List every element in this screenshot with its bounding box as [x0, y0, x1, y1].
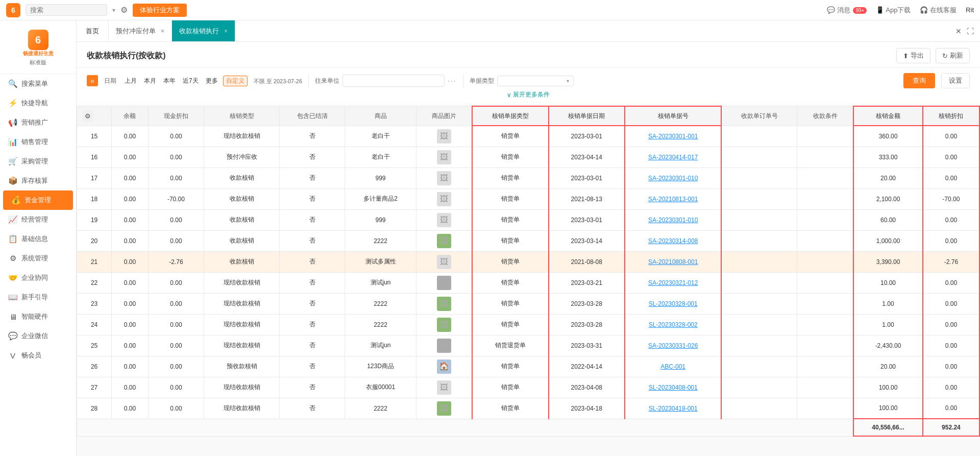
expand-more-button[interactable]: ∨ 展开更多条件: [507, 90, 550, 99]
sidebar-label-vip: 畅会员: [21, 351, 41, 360]
settings-button[interactable]: 设置: [941, 73, 970, 88]
cell-goods-img: 🖼: [416, 398, 472, 419]
date-more[interactable]: 更多: [204, 76, 220, 86]
cell-receipt-order: [721, 293, 797, 314]
app-download-link[interactable]: 📱 App下载: [876, 6, 911, 15]
th-verify-type: 核销类型: [204, 106, 280, 126]
sidebar-item-hardware[interactable]: 🖥 智能硬件: [0, 307, 76, 326]
filter-expand-button[interactable]: »: [87, 75, 98, 86]
cell-discount: -2.76: [923, 251, 979, 272]
sidebar-item-purchase[interactable]: 🛒 采购管理: [0, 152, 76, 171]
online-service-link[interactable]: 🎧 在线客服: [920, 6, 957, 15]
cell-voucher-no[interactable]: SA-20230301-010: [625, 209, 722, 230]
totals-row: 40,556,66... 952.24: [77, 419, 980, 436]
th-cash-discount: 现金折扣: [148, 106, 204, 126]
sidebar-item-enterprise[interactable]: 🤝 企业协同: [0, 268, 76, 287]
cell-discount: 0.00: [923, 293, 979, 314]
cell-voucher-no[interactable]: SL-20230408-001: [625, 377, 722, 398]
cell-num: 20: [77, 230, 112, 251]
sidebar-item-inventory[interactable]: 📦 库存核算: [0, 171, 76, 190]
from-unit-input[interactable]: [342, 75, 445, 87]
query-button[interactable]: 查询: [903, 73, 935, 88]
cell-voucher-no[interactable]: SA-20210808-001: [625, 251, 722, 272]
top-bar-right: 💬 消息 99+ 📱 App下载 🎧 在线客服 Rit: [827, 6, 974, 15]
export-button[interactable]: ⬆ 导出: [896, 48, 930, 63]
date-custom[interactable]: 自定义: [223, 76, 248, 86]
sidebar-item-shortcut[interactable]: ⚡ 快捷导航: [0, 93, 76, 113]
column-settings-icon[interactable]: ⚙: [82, 110, 93, 122]
sidebar-item-search[interactable]: 🔍 搜索菜单: [0, 74, 76, 93]
table-area[interactable]: ⚙ 余额 现金折扣 核销类型 包含已结清 商品 商品图片 核销单据类型 核销单据…: [77, 106, 980, 456]
search-input[interactable]: [26, 4, 107, 16]
cell-num: 17: [77, 167, 112, 188]
sidebar-label-search: 搜索菜单: [21, 79, 48, 88]
date-this-year[interactable]: 本年: [161, 76, 178, 86]
user-name[interactable]: Rit: [966, 6, 974, 14]
sidebar-item-sales[interactable]: 📊 销售管理: [0, 132, 76, 152]
sidebar-item-marketing[interactable]: 📢 营销推广: [0, 113, 76, 132]
cell-voucher-no[interactable]: SL-20230328-001: [625, 293, 722, 314]
sidebar-label-inventory: 库存核算: [21, 176, 48, 185]
gear-icon[interactable]: ⚙: [120, 5, 128, 15]
close-window-icon[interactable]: ✕: [955, 27, 962, 35]
refresh-icon: ↻: [942, 52, 948, 60]
cell-balance: 0.00: [112, 167, 148, 188]
tab-home[interactable]: 首页: [77, 20, 109, 41]
messages-link[interactable]: 💬 消息 99+: [827, 6, 867, 15]
sidebar-item-wechat[interactable]: 💬 企业微信: [0, 326, 76, 346]
sidebar-item-operations[interactable]: 📈 经营管理: [0, 210, 76, 229]
dropdown-arrow-icon[interactable]: ▾: [112, 7, 115, 14]
cell-num: 25: [77, 335, 112, 356]
cell-amount: 1.00: [853, 314, 923, 335]
th-settings[interactable]: ⚙: [77, 106, 112, 126]
cell-goods-img: 🖼: [416, 314, 472, 335]
sidebar-item-vip[interactable]: V 畅会员: [0, 346, 76, 365]
date-this-month[interactable]: 本月: [142, 76, 158, 86]
cell-voucher-type: 销货单: [472, 356, 548, 377]
cell-discount: -70.00: [923, 188, 979, 209]
tab-prepaid-close[interactable]: ×: [161, 28, 164, 35]
cell-voucher-no[interactable]: SA-20230331-026: [625, 335, 722, 356]
from-unit-dots[interactable]: ···: [448, 77, 457, 85]
cell-included: 否: [279, 377, 345, 398]
cell-voucher-no[interactable]: SA-20230301-001: [625, 126, 722, 147]
sidebar: 6 畅捷通好生意 标准版 🔍 搜索菜单 ⚡ 快捷导航 📢 营销推广 📊 销售管理…: [0, 20, 77, 456]
date-last-7-days[interactable]: 近7天: [181, 76, 201, 86]
refresh-button[interactable]: ↻ 刷新: [936, 48, 970, 63]
sidebar-item-basic-info[interactable]: 📋 基础信息: [0, 229, 76, 249]
cell-receipt-cond: [797, 147, 853, 167]
cell-voucher-no[interactable]: SL-20230328-002: [625, 314, 722, 335]
solution-button[interactable]: 体验行业方案: [133, 4, 187, 17]
tab-verify-close[interactable]: ×: [224, 28, 228, 35]
cell-verify-type: 收款核销: [204, 251, 280, 272]
wechat-icon: 💬: [8, 331, 17, 341]
sidebar-item-system[interactable]: ⚙ 系统管理: [0, 249, 76, 268]
cell-amount: -2,430.00: [853, 335, 923, 356]
cell-balance: 0.00: [112, 398, 148, 419]
cell-cash-discount: 0.00: [148, 272, 204, 293]
cell-goods-img: 🖼: [416, 167, 472, 188]
cell-amount: 60.00: [853, 209, 923, 230]
cell-voucher-no[interactable]: SA-20230321-012: [625, 272, 722, 293]
cell-amount: 1.00: [853, 293, 923, 314]
tab-prepaid[interactable]: 预付冲应付单 ×: [109, 20, 172, 41]
cell-voucher-no[interactable]: SA-20230414-017: [625, 147, 722, 167]
tab-verify[interactable]: 收款核销执行 ×: [172, 20, 235, 41]
cell-voucher-no[interactable]: ABC-001: [625, 356, 722, 377]
sidebar-item-finance[interactable]: 💰 资金管理: [3, 190, 73, 210]
vip-icon: V: [8, 351, 17, 360]
voucher-type-select[interactable]: ▾: [497, 76, 574, 86]
date-last-month[interactable]: 上月: [122, 76, 139, 86]
table-row: 23 0.00 0.00 现结收款核销 否 2222 🖼 销货单 2023-03…: [77, 293, 980, 314]
cell-receipt-cond: [797, 356, 853, 377]
cell-voucher-no[interactable]: SA-20230301-010: [625, 167, 722, 188]
voucher-type-label: 单据类型: [470, 77, 494, 85]
th-voucher-date: 核销单据日期: [549, 106, 625, 126]
cell-voucher-no[interactable]: SA-20210813-001: [625, 188, 722, 209]
lightning-icon: ⚡: [8, 99, 17, 108]
cell-voucher-no[interactable]: SA-20230314-008: [625, 230, 722, 251]
sidebar-item-guide[interactable]: 📖 新手引导: [0, 287, 76, 307]
cell-voucher-no[interactable]: SL-20230418-001: [625, 398, 722, 419]
sidebar-label-operations: 经营管理: [21, 215, 48, 224]
maximize-window-icon[interactable]: ⛶: [967, 27, 974, 35]
